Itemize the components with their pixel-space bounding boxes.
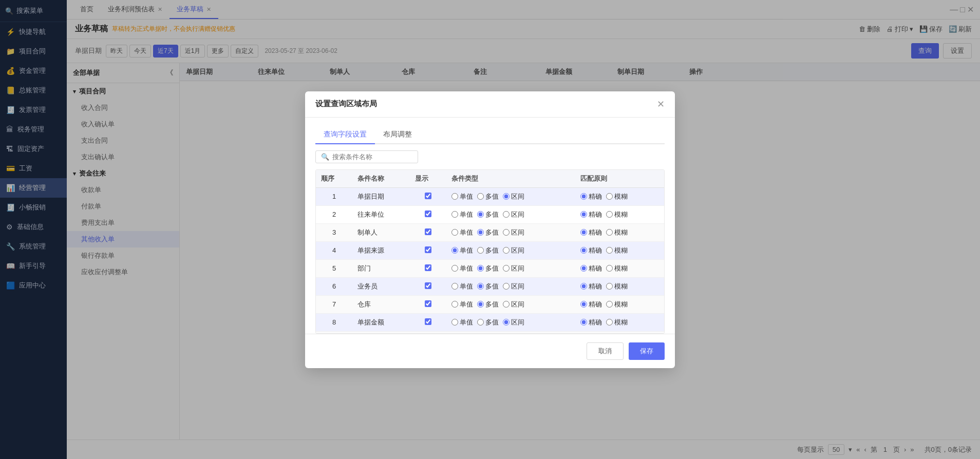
condtype-radio-1-多值[interactable]: 多值 bbox=[477, 192, 499, 201]
condition-search-input[interactable] bbox=[332, 153, 412, 161]
row-order-7: 7 bbox=[316, 295, 352, 313]
match-radio-5-精确[interactable]: 精确 bbox=[580, 264, 602, 273]
conditions-table-scroll[interactable]: 顺序条件名称显示条件类型匹配原则 1单据日期单值多值区间精确模糊2往来单位单值多… bbox=[315, 169, 665, 334]
dialog-th-匹配原则: 匹配原则 bbox=[575, 170, 664, 188]
show-checkbox-4[interactable] bbox=[425, 246, 431, 253]
row-show-1 bbox=[410, 187, 446, 205]
dialog-th-条件类型: 条件类型 bbox=[446, 170, 575, 188]
match-radio-5-模糊[interactable]: 模糊 bbox=[606, 264, 628, 273]
dialog: 设置查询区域布局 ✕ 查询字段设置布局调整 🔍 顺序条件名称显示条件类型匹配原则… bbox=[305, 91, 675, 368]
condtype-radio-2-单值[interactable]: 单值 bbox=[451, 210, 473, 219]
row-condtype-2: 单值多值区间 bbox=[446, 205, 575, 223]
match-radio-6-精确[interactable]: 精确 bbox=[580, 282, 602, 291]
row-show-2 bbox=[410, 205, 446, 223]
condtype-radio-5-区间[interactable]: 区间 bbox=[503, 264, 524, 273]
condtype-radio-3-区间[interactable]: 区间 bbox=[503, 228, 524, 237]
table-row: 7仓库单值多值区间精确模糊 bbox=[316, 295, 664, 313]
condtype-radio-8-单值[interactable]: 单值 bbox=[451, 318, 473, 327]
dialog-close-button[interactable]: ✕ bbox=[657, 99, 665, 110]
match-radio-6-模糊[interactable]: 模糊 bbox=[606, 282, 628, 291]
conditions-table: 顺序条件名称显示条件类型匹配原则 1单据日期单值多值区间精确模糊2往来单位单值多… bbox=[316, 170, 664, 334]
row-show-4 bbox=[410, 241, 446, 259]
row-match-6: 精确模糊 bbox=[575, 277, 664, 295]
row-order-3: 3 bbox=[316, 223, 352, 241]
row-condtype-6: 单值多值区间 bbox=[446, 277, 575, 295]
condtype-radio-4-区间[interactable]: 区间 bbox=[503, 246, 524, 255]
condtype-radio-6-多值[interactable]: 多值 bbox=[477, 282, 499, 291]
row-show-3 bbox=[410, 223, 446, 241]
row-name-3: 制单人 bbox=[352, 223, 409, 241]
row-match-8: 精确模糊 bbox=[575, 313, 664, 331]
show-checkbox-5[interactable] bbox=[425, 264, 431, 271]
condtype-radio-1-单值[interactable]: 单值 bbox=[451, 192, 473, 201]
table-row: 1单据日期单值多值区间精确模糊 bbox=[316, 187, 664, 205]
condtype-radio-1-区间[interactable]: 区间 bbox=[503, 192, 524, 201]
condtype-radio-6-区间[interactable]: 区间 bbox=[503, 282, 524, 291]
cancel-button[interactable]: 取消 bbox=[587, 342, 624, 360]
condtype-radio-2-区间[interactable]: 区间 bbox=[503, 210, 524, 219]
dialog-tab-布局调整[interactable]: 布局调整 bbox=[375, 126, 420, 144]
table-row: 4单据来源单值多值区间精确模糊 bbox=[316, 241, 664, 259]
match-radio-8-精确[interactable]: 精确 bbox=[580, 318, 602, 327]
row-name-6: 业务员 bbox=[352, 277, 409, 295]
dialog-body: 查询字段设置布局调整 🔍 顺序条件名称显示条件类型匹配原则 1单据日期单值多值区… bbox=[305, 118, 675, 334]
row-order-8: 8 bbox=[316, 313, 352, 331]
table-row: 5部门单值多值区间精确模糊 bbox=[316, 259, 664, 277]
row-name-5: 部门 bbox=[352, 259, 409, 277]
match-radio-4-精确[interactable]: 精确 bbox=[580, 246, 602, 255]
show-checkbox-3[interactable] bbox=[425, 228, 431, 235]
row-order-6: 6 bbox=[316, 277, 352, 295]
row-show-5 bbox=[410, 259, 446, 277]
condtype-radio-5-单值[interactable]: 单值 bbox=[451, 264, 473, 273]
row-name-1: 单据日期 bbox=[352, 187, 409, 205]
row-show-6 bbox=[410, 277, 446, 295]
match-radio-8-模糊[interactable]: 模糊 bbox=[606, 318, 628, 327]
row-match-3: 精确模糊 bbox=[575, 223, 664, 241]
dialog-save-button[interactable]: 保存 bbox=[629, 342, 665, 360]
match-radio-1-模糊[interactable]: 模糊 bbox=[606, 192, 628, 201]
row-order-1: 1 bbox=[316, 187, 352, 205]
row-show-7 bbox=[410, 295, 446, 313]
condtype-radio-5-多值[interactable]: 多值 bbox=[477, 264, 499, 273]
modal-overlay: 设置查询区域布局 ✕ 查询字段设置布局调整 🔍 顺序条件名称显示条件类型匹配原则… bbox=[0, 0, 980, 459]
row-name-7: 仓库 bbox=[352, 295, 409, 313]
table-row: 3制单人单值多值区间精确模糊 bbox=[316, 223, 664, 241]
condtype-radio-4-多值[interactable]: 多值 bbox=[477, 246, 499, 255]
row-condtype-7: 单值多值区间 bbox=[446, 295, 575, 313]
dialog-tabs: 查询字段设置布局调整 bbox=[315, 126, 665, 144]
show-checkbox-8[interactable] bbox=[425, 318, 431, 325]
search-icon: 🔍 bbox=[321, 153, 329, 161]
table-row: 8单据金额单值多值区间精确模糊 bbox=[316, 313, 664, 331]
match-radio-7-模糊[interactable]: 模糊 bbox=[606, 300, 628, 309]
row-name-4: 单据来源 bbox=[352, 241, 409, 259]
condtype-radio-7-单值[interactable]: 单值 bbox=[451, 300, 473, 309]
show-checkbox-1[interactable] bbox=[425, 193, 431, 199]
match-radio-3-模糊[interactable]: 模糊 bbox=[606, 228, 628, 237]
show-checkbox-7[interactable] bbox=[425, 300, 431, 307]
condtype-radio-4-单值[interactable]: 单值 bbox=[451, 246, 473, 255]
dialog-th-顺序: 顺序 bbox=[316, 170, 352, 188]
condtype-radio-8-区间[interactable]: 区间 bbox=[503, 318, 524, 327]
condtype-radio-8-多值[interactable]: 多值 bbox=[477, 318, 499, 327]
row-match-2: 精确模糊 bbox=[575, 205, 664, 223]
match-radio-3-精确[interactable]: 精确 bbox=[580, 228, 602, 237]
dialog-tab-查询字段设置[interactable]: 查询字段设置 bbox=[315, 126, 375, 144]
table-row: 6业务员单值多值区间精确模糊 bbox=[316, 277, 664, 295]
condtype-radio-7-区间[interactable]: 区间 bbox=[503, 300, 524, 309]
match-radio-1-精确[interactable]: 精确 bbox=[580, 192, 602, 201]
match-radio-2-精确[interactable]: 精确 bbox=[580, 210, 602, 219]
row-show-8 bbox=[410, 313, 446, 331]
condtype-radio-3-多值[interactable]: 多值 bbox=[477, 228, 499, 237]
dialog-footer: 取消 保存 bbox=[305, 334, 675, 368]
condtype-radio-7-多值[interactable]: 多值 bbox=[477, 300, 499, 309]
condtype-radio-6-单值[interactable]: 单值 bbox=[451, 282, 473, 291]
match-radio-7-精确[interactable]: 精确 bbox=[580, 300, 602, 309]
show-checkbox-2[interactable] bbox=[425, 211, 431, 217]
show-checkbox-6[interactable] bbox=[425, 282, 431, 289]
match-radio-2-模糊[interactable]: 模糊 bbox=[606, 210, 628, 219]
table-row: 2往来单位单值多值区间精确模糊 bbox=[316, 205, 664, 223]
match-radio-4-模糊[interactable]: 模糊 bbox=[606, 246, 628, 255]
condtype-radio-2-多值[interactable]: 多值 bbox=[477, 210, 499, 219]
condtype-radio-3-单值[interactable]: 单值 bbox=[451, 228, 473, 237]
dialog-th-条件名称: 条件名称 bbox=[352, 170, 409, 188]
